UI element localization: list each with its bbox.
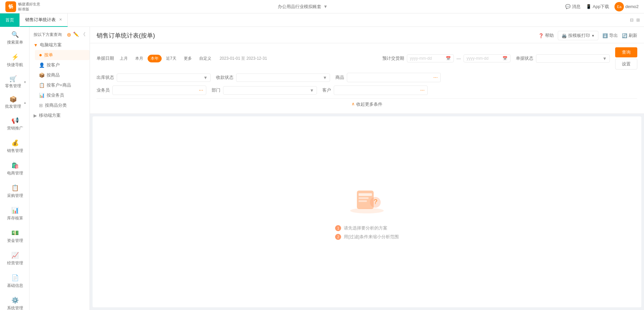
payment-status-arrow-icon: ▼ — [323, 75, 327, 80]
sidebar-item-finance[interactable]: 💵 资金管理 — [0, 225, 29, 248]
main-layout: 🔍 搜索菜单 ⚡ 快捷导航 🛒 零售管理 ▼ 📦 批发管理 ▲ 📢 营销推广 — [0, 27, 644, 310]
tab-close-icon[interactable]: ✕ — [59, 17, 62, 22]
status-select[interactable]: ▼ — [536, 54, 610, 63]
customer-input[interactable]: ··· — [334, 86, 428, 95]
collapse-label: 收起更多条件 — [356, 101, 382, 107]
messages-btn[interactable]: 💬 消息 — [565, 4, 581, 10]
status-label: 单据状态 — [516, 55, 533, 61]
edit-scheme-icon[interactable]: ✏️ — [73, 32, 79, 38]
salesperson-input[interactable]: ··· — [112, 86, 206, 95]
date-btn-custom[interactable]: 自定义 — [196, 55, 214, 62]
tab-sales-stats[interactable]: 销售订单统计表 ✕ — [20, 13, 68, 27]
query-button-group: 查询 设置 — [615, 47, 637, 69]
scheme-panel: 按以下方案查询 ⊕ ✏️ 《 ▼ 电脑端方案 ● 按单 👤 — [30, 27, 90, 310]
sidebar-item-ecommerce[interactable]: 🛍️ 电商管理 — [0, 158, 29, 180]
tabbar: 首页 销售订单统计表 ✕ ⊟ ⊞ — [0, 13, 644, 27]
filter-row-1: 单据日期 上月 本月 本年 近7天 更多 自定义 2023-01-01 至 20… — [97, 43, 637, 69]
sidebar-item-sales[interactable]: 💰 销售管理 — [0, 135, 29, 158]
help-btn[interactable]: ❓ 帮助 — [538, 33, 554, 39]
scheme-panel-icons: ⊕ ✏️ 《 — [67, 32, 86, 38]
sidebar-item-system[interactable]: ⚙️ 系统管理 — [0, 293, 29, 310]
sidebar-item-wholesale[interactable]: 📦 批发管理 ▲ — [0, 92, 29, 113]
scheme-category-mobile[interactable]: ▶ 移动端方案 — [30, 110, 90, 120]
export-btn[interactable]: ⬇️ 导出 — [602, 33, 618, 39]
wholesale-icon: 📦 — [9, 96, 17, 103]
by-salesperson-icon: 📊 — [39, 93, 45, 98]
scheme-item-by-customer[interactable]: 👤 按客户 — [35, 60, 90, 70]
export-icon: ⬇️ — [602, 33, 608, 38]
sidebar-item-marketing[interactable]: 📢 营销推广 — [0, 113, 29, 135]
search-menu-icon: 🔍 — [11, 31, 19, 38]
query-btn[interactable]: 查询 — [615, 47, 637, 57]
filter-salesperson: 业务员 ··· — [97, 86, 206, 95]
print-btn[interactable]: 🖨️ 按模板打印 ▼ — [558, 31, 598, 40]
collapse-scheme-icon[interactable]: 《 — [81, 32, 86, 38]
scheme-category-desktop[interactable]: ▼ 电脑端方案 — [30, 40, 90, 50]
logo-icon: 畅 — [5, 1, 16, 12]
category-label: 电脑端方案 — [40, 42, 62, 48]
username: demo2 — [625, 4, 639, 9]
dept-label: 部门 — [212, 87, 220, 93]
refresh-icon: 🔄 — [622, 33, 627, 38]
svg-rect-3 — [359, 197, 369, 199]
tab-home[interactable]: 首页 — [0, 13, 20, 27]
empty-illustration: ? — [347, 184, 387, 218]
ship-status-select[interactable]: ▼ — [117, 73, 211, 82]
topbar: 畅 畅捷通好生意 标准版 办公用品行业模拟账套 ▼ 💬 消息 📱 App下载 E… — [0, 0, 644, 13]
date-btn-more[interactable]: 更多 — [181, 55, 195, 62]
dept-select[interactable]: ▼ — [223, 86, 317, 95]
collapse-row[interactable]: ∧ 收起更多条件 — [97, 98, 637, 110]
empty-tip-2: 2 用[过滤]条件来缩小分析范围 — [335, 234, 398, 240]
scheme-item-by-salesperson[interactable]: 📊 按业务员 — [35, 90, 90, 100]
sidebar-item-basic-info[interactable]: 📄 基础信息 — [0, 270, 29, 293]
workspace-arrow-icon[interactable]: ▼ — [323, 4, 328, 9]
date-separator: — — [457, 56, 461, 61]
filter-dept: 部门 ▼ — [212, 86, 317, 95]
help-icon: ❓ — [538, 33, 544, 38]
download-icon: 📱 — [586, 4, 591, 9]
ship-status-label: 出库状态 — [97, 74, 114, 81]
date-btn-last-month[interactable]: 上月 — [117, 55, 131, 62]
tabbar-controls: ⊟ ⊞ — [630, 17, 644, 22]
date-btn-this-year[interactable]: 本年 — [148, 55, 162, 62]
purchase-icon: 📋 — [11, 184, 19, 192]
sidebar-item-retail[interactable]: 🛒 零售管理 ▼ — [0, 72, 29, 92]
app-download-btn[interactable]: 📱 App下载 — [586, 4, 609, 10]
scheme-item-by-customer-goods[interactable]: 📋 按客户+商品 — [35, 80, 90, 90]
refresh-btn[interactable]: 🔄 刷新 — [622, 33, 637, 39]
tab-minimize-icon[interactable]: ⊟ — [630, 17, 634, 22]
page-title: 销售订单统计表(按单) — [97, 32, 155, 40]
logo-area: 畅 畅捷通好生意 标准版 — [5, 1, 40, 12]
salesperson-more-icon[interactable]: ··· — [199, 87, 203, 93]
payment-status-select[interactable]: ▼ — [236, 73, 330, 82]
tab-maximize-icon[interactable]: ⊞ — [636, 17, 640, 22]
date-range-text: 2023-01-01 至 2023-12-31 — [220, 56, 267, 61]
scheme-panel-header: 按以下方案查询 ⊕ ✏️ 《 — [30, 30, 90, 40]
scheme-item-by-goods[interactable]: 📦 按商品 — [35, 70, 90, 80]
by-goods-icon: 📦 — [39, 72, 45, 78]
goods-more-icon[interactable]: ··· — [433, 74, 438, 81]
content-area: 按以下方案查询 ⊕ ✏️ 《 ▼ 电脑端方案 ● 按单 👤 — [30, 27, 644, 310]
retail-arrow-icon: ▼ — [23, 81, 26, 84]
scheme-item-by-order[interactable]: ● 按单 — [35, 50, 90, 60]
sidebar-item-quick-nav[interactable]: ⚡ 快捷导航 — [0, 49, 29, 72]
sidebar-item-inventory[interactable]: 📊 库存核算 — [0, 203, 29, 225]
empty-tip-1: 1 请先选择要分析的方案 — [335, 225, 398, 231]
delivery-date-end[interactable]: yyyy-mm-dd 📅 — [464, 54, 511, 62]
sidebar: 🔍 搜索菜单 ⚡ 快捷导航 🛒 零售管理 ▼ 📦 批发管理 ▲ 📢 营销推广 — [0, 27, 30, 310]
user-profile[interactable]: Ea demo2 — [614, 2, 639, 11]
filter-date-item: 单据日期 上月 本月 本年 近7天 更多 自定义 — [97, 55, 214, 62]
date-btn-this-month[interactable]: 本月 — [132, 55, 146, 62]
date-btn-last-7-days[interactable]: 近7天 — [163, 55, 179, 62]
setting-btn[interactable]: 设置 — [615, 59, 637, 69]
sales-icon: 💰 — [11, 139, 19, 147]
add-scheme-icon[interactable]: ⊕ — [67, 32, 71, 38]
customer-more-icon[interactable]: ··· — [420, 87, 425, 93]
sidebar-item-purchase[interactable]: 📋 采购管理 — [0, 180, 29, 203]
sidebar-item-search-menu[interactable]: 🔍 搜索菜单 — [0, 27, 29, 49]
scheme-item-by-goods-category[interactable]: ⊞ 按商品分类 — [35, 100, 90, 110]
basic-info-icon: 📄 — [11, 274, 19, 281]
sidebar-item-operations[interactable]: 📈 经营管理 — [0, 248, 29, 270]
delivery-date-start[interactable]: yyyy-mm-dd 📅 — [407, 54, 454, 62]
goods-input[interactable]: ··· — [347, 73, 441, 82]
